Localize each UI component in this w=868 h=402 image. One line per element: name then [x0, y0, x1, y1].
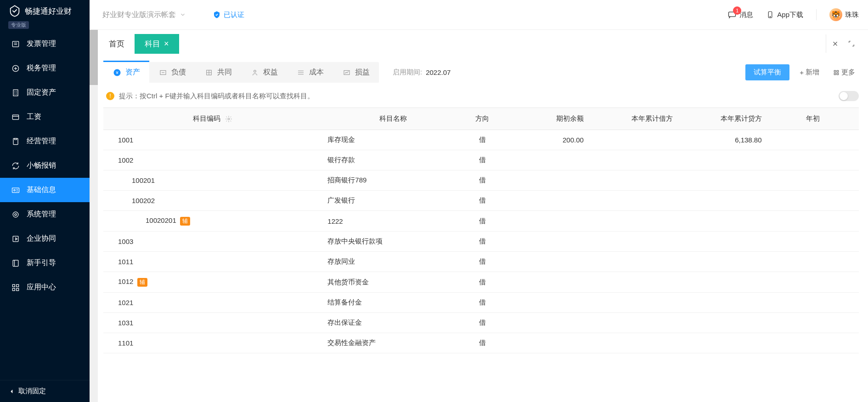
th-ytd-credit: 本年累计贷方: [678, 108, 767, 130]
apps-icon: [11, 283, 20, 292]
sidebar-item-collab[interactable]: 企业协同: [0, 226, 90, 251]
cat-tab-liability[interactable]: 负债: [149, 62, 195, 83]
avatar-icon: 🐯: [829, 8, 842, 21]
sidebar-item-label: 税务管理: [27, 63, 56, 73]
cat-label: 权益: [263, 68, 278, 77]
sidebar-item-operations[interactable]: 经营管理: [0, 129, 90, 153]
divider: [816, 9, 817, 20]
add-button[interactable]: + 新增: [796, 65, 823, 79]
cell-direction: 借: [464, 170, 500, 191]
cell-direction: 借: [464, 191, 500, 211]
sidebar-item-apps[interactable]: 应用中心: [0, 275, 90, 300]
cell-code: 1002: [103, 150, 322, 170]
table-row[interactable]: 1003 存放中央银行款项借: [103, 232, 859, 252]
cell-name: 1222: [322, 211, 464, 232]
sidebar-item-expense[interactable]: 小畅报销: [0, 153, 90, 178]
sidebar-scrollbar[interactable]: [90, 30, 98, 402]
sidebar-item-label: 固定资产: [27, 88, 56, 97]
cell-opening: [500, 150, 589, 170]
account-selector[interactable]: 好业财专业版演示帐套: [99, 8, 190, 22]
cell-ytd-debit: [589, 313, 678, 333]
tab-subject[interactable]: 科目 ×: [135, 34, 179, 54]
cell-code: 1031: [103, 313, 322, 333]
refresh-icon: [11, 161, 20, 170]
category-tabs: ¥ 资产 负债 共同 权益: [103, 62, 379, 83]
table-row[interactable]: 100202 广发银行借: [103, 191, 859, 211]
table-row[interactable]: 1002 银行存款借: [103, 150, 859, 170]
table-row[interactable]: 1021 结算备付金借: [103, 293, 859, 313]
cell-year-init: [767, 150, 859, 170]
tab-label: 科目: [145, 39, 160, 49]
app-download-button[interactable]: App下载: [766, 10, 803, 19]
sidebar-item-label: 基础信息: [27, 185, 56, 195]
messages-label: 消息: [739, 11, 753, 19]
table-row[interactable]: 100201 招商银行789借: [103, 170, 859, 191]
cat-tab-cost[interactable]: 成本: [287, 62, 333, 83]
hint-text: 提示：按Ctrl + F键并输入科目编码或者科目名称可以查找科目。: [119, 92, 314, 101]
sidebar-item-invoice[interactable]: 发票管理: [0, 32, 90, 56]
cell-code: 1021: [103, 293, 322, 313]
sidebar-item-system[interactable]: 系统管理: [0, 202, 90, 226]
sidebar: 畅捷通好业财 专业版 发票管理 税务管理 固定资产 工资 经营管理: [0, 0, 90, 402]
cat-tab-common[interactable]: 共同: [195, 62, 241, 83]
tab-close-all-button[interactable]: ×: [826, 34, 844, 53]
th-direction: 方向: [464, 108, 500, 130]
sidebar-item-fixed-assets[interactable]: 固定资产: [0, 80, 90, 105]
cell-direction: 借: [464, 252, 500, 272]
id-card-icon: [11, 186, 20, 195]
trial-balance-button[interactable]: 试算平衡: [745, 64, 789, 80]
cell-year-init: [767, 130, 859, 150]
user-name: 珠珠: [845, 11, 859, 19]
fullscreen-icon[interactable]: [844, 40, 859, 47]
cell-ytd-credit: [678, 252, 767, 272]
plus-icon: +: [800, 68, 804, 76]
share-icon: [11, 234, 20, 243]
toggle-switch[interactable]: [839, 91, 859, 101]
svg-rect-2: [13, 90, 18, 96]
messages-button[interactable]: 1 消息: [727, 10, 753, 19]
table-row[interactable]: 1011 存放同业借: [103, 252, 859, 272]
aux-badge: 辅: [180, 217, 190, 226]
cat-tab-assets[interactable]: ¥ 资产: [103, 61, 149, 83]
th-opening: 期初余额: [500, 108, 589, 130]
edition-badge: 专业版: [8, 21, 29, 29]
cell-direction: 借: [464, 272, 500, 293]
sidebar-item-salary[interactable]: 工资: [0, 105, 90, 129]
th-code-label: 科目编码: [193, 114, 220, 122]
table-row[interactable]: 1031 存出保证金借: [103, 313, 859, 333]
gear-icon[interactable]: [225, 115, 232, 123]
certified-label: 已认证: [224, 11, 244, 19]
cat-tab-profit[interactable]: 损益: [333, 62, 379, 83]
svg-rect-27: [837, 73, 839, 75]
tab-home[interactable]: 首页: [99, 34, 135, 54]
sidebar-item-guide[interactable]: 新手引导: [0, 251, 90, 275]
more-label: 更多: [841, 68, 855, 77]
table-row[interactable]: 1001 库存现金借200.006,138.80: [103, 130, 859, 150]
user-menu[interactable]: 🐯 珠珠: [829, 8, 859, 21]
cell-ytd-credit: [678, 191, 767, 211]
table-row[interactable]: 1012 辅其他货币资金借: [103, 272, 859, 293]
table-row[interactable]: 1101 交易性金融资产借: [103, 333, 859, 353]
table-row[interactable]: 10020201 辅1222借: [103, 211, 859, 232]
close-icon[interactable]: ×: [164, 40, 169, 48]
unpin-button[interactable]: 取消固定: [0, 380, 90, 402]
cat-tab-equity[interactable]: 权益: [241, 62, 287, 83]
sidebar-menu: 发票管理 税务管理 固定资产 工资 经营管理 小畅报销: [0, 32, 90, 380]
svg-rect-24: [834, 70, 836, 72]
sidebar-item-basic-info[interactable]: 基础信息: [0, 178, 90, 202]
cell-opening: [500, 333, 589, 353]
sidebar-item-tax[interactable]: 税务管理: [0, 56, 90, 80]
cell-name: 存出保证金: [322, 313, 464, 333]
cell-year-init: [767, 170, 859, 191]
coin-icon: ¥: [113, 68, 122, 77]
cell-ytd-debit: [589, 211, 678, 232]
cell-ytd-credit: [678, 272, 767, 293]
cell-ytd-debit: [589, 150, 678, 170]
cell-ytd-credit: [678, 232, 767, 252]
cell-code: 1011: [103, 252, 322, 272]
cell-ytd-credit: [678, 170, 767, 191]
more-button[interactable]: 更多: [829, 65, 859, 79]
cell-opening: [500, 313, 589, 333]
brand-logo-icon: [8, 5, 21, 17]
profit-icon: [342, 68, 351, 77]
